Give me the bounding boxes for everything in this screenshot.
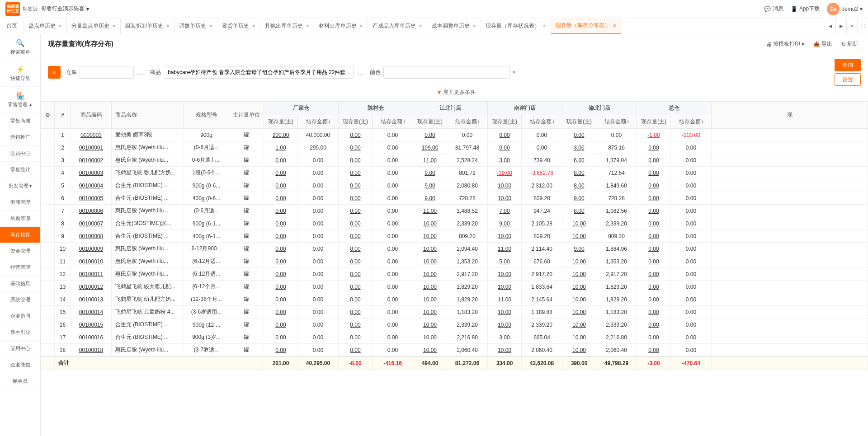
messages-button[interactable]: 💬 消息 bbox=[764, 5, 783, 13]
td-jiangbei-qty[interactable]: 109.00 bbox=[413, 141, 447, 154]
print-button[interactable]: 🖨 按模板打印 ▾ bbox=[764, 39, 807, 49]
td-chenshi-qty[interactable]: 0.00 bbox=[339, 281, 373, 293]
td-nanan-qty[interactable]: 10.00 bbox=[488, 179, 522, 192]
tab-close[interactable]: ✕ bbox=[472, 23, 476, 28]
td-total-qty[interactable]: 0.00 bbox=[637, 167, 671, 179]
td-code[interactable]: 00100002 bbox=[71, 154, 112, 167]
td-jiangbei-qty[interactable]: 10.00 bbox=[413, 319, 447, 331]
td-nanan-qty[interactable]: 0.00 bbox=[488, 141, 522, 154]
td-jiangbei-qty[interactable]: 10.00 bbox=[413, 293, 447, 306]
tab-close[interactable]: ✕ bbox=[58, 23, 62, 28]
td-jiangbei-qty[interactable]: 10.00 bbox=[413, 331, 447, 344]
td-yubei-qty[interactable]: 10.00 bbox=[562, 230, 596, 243]
td-yubei-qty[interactable]: 10.00 bbox=[562, 268, 596, 281]
td-chenshi-qty[interactable]: 0.00 bbox=[339, 205, 373, 217]
td-jiangbei-qty[interactable]: 10.00 bbox=[413, 268, 447, 281]
tab-close[interactable]: ✕ bbox=[613, 23, 616, 28]
td-jiangbei-qty[interactable]: 9.00 bbox=[413, 179, 447, 192]
td-yubei-qty[interactable]: 10.00 bbox=[562, 319, 596, 331]
td-chenshi-qty[interactable]: 0.00 bbox=[339, 154, 373, 167]
td-chenshi-qty[interactable]: 0.00 bbox=[339, 255, 373, 268]
tab-material-out[interactable]: 材料出库单历史 ✕ bbox=[314, 18, 368, 34]
sidebar-item-inventory[interactable]: 库存核算 bbox=[0, 227, 40, 243]
tab-home[interactable]: 首页 bbox=[0, 18, 24, 34]
sidebar-item-search[interactable]: 🔍 搜索英单 bbox=[0, 34, 40, 61]
td-yubei-qty[interactable]: 6.00 bbox=[562, 154, 596, 167]
tab-close[interactable]: ✕ bbox=[112, 23, 116, 28]
td-yubei-qty[interactable]: 0.00 bbox=[562, 129, 596, 141]
td-nanan-qty[interactable]: 11.00 bbox=[488, 243, 522, 255]
tab-cost-adj[interactable]: 成本调整单历史 ✕ bbox=[427, 18, 481, 34]
td-yubei-qty[interactable]: 10.00 bbox=[562, 281, 596, 293]
td-code[interactable]: 00100016 bbox=[71, 331, 112, 344]
nav-prev[interactable]: ◀ bbox=[825, 18, 835, 34]
td-chenshi-qty[interactable]: 0.00 bbox=[339, 306, 373, 319]
td-nanan-qty[interactable]: 10.00 bbox=[488, 268, 522, 281]
tab-close[interactable]: ✕ bbox=[166, 23, 170, 28]
sidebar-item-new-guide[interactable]: 新手引导 bbox=[0, 324, 40, 341]
td-code[interactable]: 00100014 bbox=[71, 306, 112, 319]
td-factory-qty[interactable]: 0.00 bbox=[264, 230, 298, 243]
tab-assembly[interactable]: 组装拆卸单历史 ✕ bbox=[121, 18, 175, 34]
tab-close[interactable]: ✕ bbox=[209, 23, 212, 28]
td-code[interactable]: 00100013 bbox=[71, 293, 112, 306]
export-button[interactable]: 📤 导出 bbox=[811, 39, 835, 49]
sidebar-item-retail-stats[interactable]: 零售统计 bbox=[0, 162, 40, 178]
td-code[interactable]: 00100009 bbox=[71, 243, 112, 255]
td-jiangbei-qty[interactable]: 10.00 bbox=[413, 344, 447, 357]
td-jiangbei-qty[interactable]: 10.00 bbox=[413, 243, 447, 255]
tab-close[interactable]: ✕ bbox=[542, 23, 546, 28]
tab-product-in[interactable]: 产成品入库单历史 ✕ bbox=[368, 18, 427, 34]
td-factory-qty[interactable]: 0.00 bbox=[264, 205, 298, 217]
td-jiangbei-qty[interactable]: 10.00 bbox=[413, 230, 447, 243]
tab-close[interactable]: ✕ bbox=[359, 23, 363, 28]
td-code[interactable]: 00100018 bbox=[71, 344, 112, 357]
sidebar-item-retail-mall[interactable]: 零售商城 bbox=[0, 113, 40, 129]
td-code[interactable]: 0000003 bbox=[71, 129, 112, 141]
tab-stock-status[interactable]: 现存量（库存状况表） ✕ bbox=[481, 18, 551, 34]
td-factory-qty[interactable]: 0.00 bbox=[264, 319, 298, 331]
sidebar-item-retail[interactable]: 🏪 零售管理 ▲ bbox=[0, 87, 40, 113]
td-nanan-qty[interactable]: 10.00 bbox=[488, 230, 522, 243]
sidebar-item-finance[interactable]: 资金管理 bbox=[0, 243, 40, 259]
td-jiangbei-qty[interactable]: 10.00 bbox=[413, 255, 447, 268]
expand-conditions-btn[interactable]: ▼ 展开更多条件 bbox=[437, 89, 476, 96]
query-button[interactable]: 查询 bbox=[835, 59, 861, 71]
td-code[interactable]: 00100007 bbox=[71, 217, 112, 230]
td-jiangbei-qty[interactable]: 11.00 bbox=[413, 154, 447, 167]
product-input[interactable] bbox=[164, 66, 354, 79]
td-nanan-qty[interactable]: 10.00 bbox=[488, 344, 522, 357]
tab-stock-dist[interactable]: 现存量（库存分布表） ✕ bbox=[551, 18, 621, 34]
td-jiangbei-qty[interactable]: 9.00 bbox=[413, 167, 447, 179]
refresh-button[interactable]: ↻ 刷新 bbox=[839, 39, 861, 49]
tab-transfer[interactable]: 调拨单历史 ✕ bbox=[175, 18, 217, 34]
nav-next[interactable]: ▶ bbox=[835, 18, 846, 34]
td-yubei-qty[interactable]: 10.00 bbox=[562, 306, 596, 319]
td-total-qty[interactable]: 0.00 bbox=[637, 179, 671, 192]
warehouse-dots-btn[interactable]: … bbox=[137, 69, 144, 76]
td-yubei-qty[interactable]: 10.00 bbox=[562, 331, 596, 344]
td-factory-qty[interactable]: 0.00 bbox=[264, 243, 298, 255]
sidebar-item-enterprise[interactable]: 企业协同 bbox=[0, 308, 40, 324]
td-total-qty[interactable]: 0.00 bbox=[637, 255, 671, 268]
tab-close[interactable]: ✕ bbox=[306, 23, 309, 28]
td-factory-qty[interactable]: 0.00 bbox=[264, 192, 298, 205]
td-total-qty[interactable]: 0.00 bbox=[637, 331, 671, 344]
td-yubei-qty[interactable]: 10.00 bbox=[562, 255, 596, 268]
td-nanan-qty[interactable]: 10.00 bbox=[488, 319, 522, 331]
td-nanan-qty[interactable]: 3.00 bbox=[488, 154, 522, 167]
tab-other-out[interactable]: 其他出库单历史 ✕ bbox=[260, 18, 314, 34]
td-total-qty[interactable]: 0.00 bbox=[637, 268, 671, 281]
td-nanan-qty[interactable]: 10.00 bbox=[488, 306, 522, 319]
tab-close[interactable]: ✕ bbox=[419, 23, 422, 28]
td-jiangbei-qty[interactable]: 10.00 bbox=[413, 281, 447, 293]
td-nanan-qty[interactable]: 0.00 bbox=[488, 129, 522, 141]
sidebar-item-vip-member[interactable]: 畅会员 bbox=[0, 373, 40, 389]
td-total-qty[interactable]: 0.00 bbox=[637, 344, 671, 357]
sidebar-item-operations[interactable]: 经营管理 bbox=[0, 259, 40, 276]
filter-expand-btn[interactable]: » bbox=[48, 66, 61, 79]
td-factory-qty[interactable]: 0.00 bbox=[264, 344, 298, 357]
td-yubei-qty[interactable]: 8.00 bbox=[562, 205, 596, 217]
td-yubei-qty[interactable]: 10.00 bbox=[562, 293, 596, 306]
color-input[interactable] bbox=[383, 66, 510, 79]
